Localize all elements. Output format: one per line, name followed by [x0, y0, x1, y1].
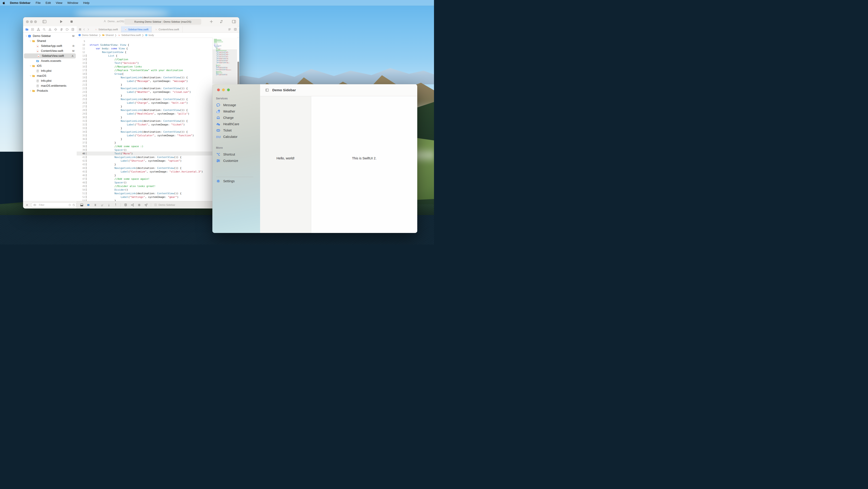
navigator-tab-project-navigator-icon[interactable]: [24, 27, 29, 32]
code-line-37[interactable]: 37}: [77, 141, 213, 144]
code-line-30[interactable]: 30}: [77, 115, 213, 119]
close-button[interactable]: [26, 20, 29, 23]
menu-item-edit[interactable]: Edit: [43, 1, 53, 4]
code-line-20[interactable]: 20Label("Message", systemImage: "message…: [77, 79, 213, 83]
code-line-19[interactable]: 19NavigationLink(destination: ContentVie…: [77, 76, 213, 79]
navigator-tab-breakpoint-navigator-icon[interactable]: [65, 27, 70, 32]
editor-tab-contentview-swift[interactable]: ContentView.swift: [152, 26, 183, 32]
go-forward-icon[interactable]: [87, 28, 90, 31]
editor-tab-sidebarapp-swift[interactable]: SidebarApp.swift: [92, 26, 121, 32]
navigator-tab-symbol-navigator-icon[interactable]: [36, 27, 41, 32]
sidebar-toggle-icon[interactable]: [265, 88, 269, 92]
navigator-tab-find-navigator-icon[interactable]: [41, 27, 46, 32]
code-line-50[interactable]: 50Divider(): [77, 188, 213, 192]
code-line-41[interactable]: 41NavigationLink(destination: ContentVie…: [77, 155, 213, 159]
file-tree-row-sidebarview-swift[interactable]: SidebarView.swiftA: [24, 53, 76, 58]
breadcrumb-item-shared[interactable]: Shared: [102, 34, 114, 36]
filter-input[interactable]: [38, 203, 67, 206]
sidebar-item-settings[interactable]: Settings: [215, 178, 258, 184]
debug-process-label[interactable]: Demo Sidebar: [154, 203, 175, 206]
chevron-right-icon[interactable]: [29, 90, 32, 92]
close-button[interactable]: [217, 88, 220, 91]
toggle-inspector-icon[interactable]: [231, 19, 236, 24]
code-line-21[interactable]: 21}: [77, 83, 213, 86]
code-review-icon[interactable]: [219, 19, 224, 24]
code-line-12[interactable]: 12NavigationView {: [77, 50, 213, 54]
jump-bar[interactable]: Demo Sidebar❯Shared❯SidebarView.swift❯Pb…: [77, 33, 239, 38]
step-out-icon[interactable]: [114, 203, 118, 207]
view-debugger-icon[interactable]: [124, 203, 128, 207]
code-line-11[interactable]: 11var body: some View {: [77, 47, 213, 50]
code-line-10[interactable]: 10struct SidebarView: View {: [77, 43, 213, 47]
sidebar-item-shortcut[interactable]: Shortcut: [215, 151, 258, 157]
code-line-15[interactable]: 15Text("Services"): [77, 61, 213, 65]
code-line-44[interactable]: 44NavigationLink(destination: ContentVie…: [77, 166, 213, 170]
recent-files-icon[interactable]: [68, 203, 71, 206]
file-tree-row-sidebarapp-swift[interactable]: SidebarApp.swiftR: [23, 44, 77, 49]
menu-item-window[interactable]: Window: [65, 1, 81, 4]
code-line-33[interactable]: 33}: [77, 126, 213, 130]
navigator-tab-debug-navigator-icon[interactable]: [59, 27, 64, 32]
sidebar-item-ticket[interactable]: Ticket: [215, 127, 258, 133]
sidebar-item-message[interactable]: Message: [215, 102, 258, 108]
minimize-button[interactable]: [30, 20, 33, 23]
breadcrumb-item-demo-sidebar[interactable]: Demo Sidebar: [78, 34, 98, 36]
navigator-tab-issue-navigator-icon[interactable]: [48, 27, 53, 32]
code-line-48[interactable]: 48Spacer(): [77, 181, 213, 184]
go-back-icon[interactable]: [83, 28, 86, 31]
code-line-42[interactable]: 42Label("Shortcut", systemImage: "option…: [77, 159, 213, 163]
file-tree-row-macos[interactable]: macOS: [23, 74, 77, 78]
code-line-46[interactable]: 46}: [77, 173, 213, 177]
sidebar-item-charge[interactable]: Charge: [215, 115, 258, 121]
code-line-27[interactable]: 27}: [77, 105, 213, 108]
code-line-45[interactable]: 45Label("Customize", systemImage: "slide…: [77, 170, 213, 173]
sidebar-item-weather[interactable]: Weather: [215, 109, 258, 114]
filter-field[interactable]: [31, 202, 77, 207]
menu-item-help[interactable]: Help: [81, 1, 92, 4]
menu-item-file[interactable]: File: [33, 1, 43, 4]
file-tree-row-info-plist[interactable]: Info.plist: [23, 78, 77, 83]
code-line-49[interactable]: 49//Divider also looks great!: [77, 184, 213, 188]
navigator-tab-source-control-navigator-icon[interactable]: [30, 27, 35, 32]
sidebar-item-healthcare[interactable]: HealthCare: [215, 121, 258, 127]
code-line-24[interactable]: 24}: [77, 94, 213, 97]
code-line-52[interactable]: 52Label("Settings", systemImage: "gear"): [77, 195, 213, 199]
menu-app-name[interactable]: Demo Sidebar: [8, 1, 33, 4]
stop-button[interactable]: [69, 19, 74, 24]
source-control-status-icon[interactable]: [72, 203, 75, 206]
file-tree-row-contentview-swift[interactable]: ContentView.swiftM: [23, 49, 77, 53]
add-editor-icon[interactable]: [234, 28, 237, 31]
code-line-31[interactable]: 31NavigationLink(destination: ContentVie…: [77, 119, 213, 123]
chevron-down-icon[interactable]: [25, 35, 28, 37]
code-line-40[interactable]: 40Text("More"): [77, 152, 213, 155]
source-code-editor[interactable]: 910struct SidebarView: View {11var body:…: [77, 37, 213, 201]
zoom-button[interactable]: [34, 20, 37, 23]
chevron-down-icon[interactable]: [29, 40, 32, 42]
add-file-icon[interactable]: [25, 203, 29, 207]
pause-icon[interactable]: [93, 203, 97, 207]
file-tree-row-ios[interactable]: iOS: [23, 63, 77, 68]
code-line-39[interactable]: 39Spacer(): [77, 148, 213, 152]
code-line-9[interactable]: 9: [77, 39, 213, 43]
step-over-icon[interactable]: [100, 203, 104, 207]
run-button[interactable]: [59, 19, 64, 24]
apple-menu[interactable]: [0, 1, 8, 4]
navigator-tab-report-navigator-icon[interactable]: [70, 27, 75, 32]
chevron-down-icon[interactable]: [29, 75, 32, 77]
code-line-43[interactable]: 43}: [77, 163, 213, 166]
breadcrumb-item-body[interactable]: Pbody: [145, 34, 154, 36]
code-line-34[interactable]: 34NavigationLink(destination: ContentVie…: [77, 130, 213, 134]
code-line-22[interactable]: 22NavigationLink(destination: ContentVie…: [77, 86, 213, 90]
hide-debug-area-icon[interactable]: [80, 203, 84, 207]
chevron-down-icon[interactable]: [29, 65, 32, 67]
code-line-32[interactable]: 32Label("Ticket", systemImage: "ticket"): [77, 123, 213, 126]
file-tree-row-products[interactable]: Products: [23, 88, 77, 93]
code-line-36[interactable]: 36}: [77, 137, 213, 141]
adjust-editor-icon[interactable]: [228, 28, 231, 31]
memory-graph-icon[interactable]: [130, 203, 134, 207]
file-tree-row-macos-entitlements[interactable]: macOS.entitlements: [23, 83, 77, 88]
code-line-35[interactable]: 35Label("Calculator", systemImage: "func…: [77, 134, 213, 137]
code-line-28[interactable]: 28NavigationLink(destination: ContentVie…: [77, 108, 213, 112]
simulate-location-icon[interactable]: [144, 203, 148, 207]
code-line-13[interactable]: 13List {: [77, 54, 213, 58]
